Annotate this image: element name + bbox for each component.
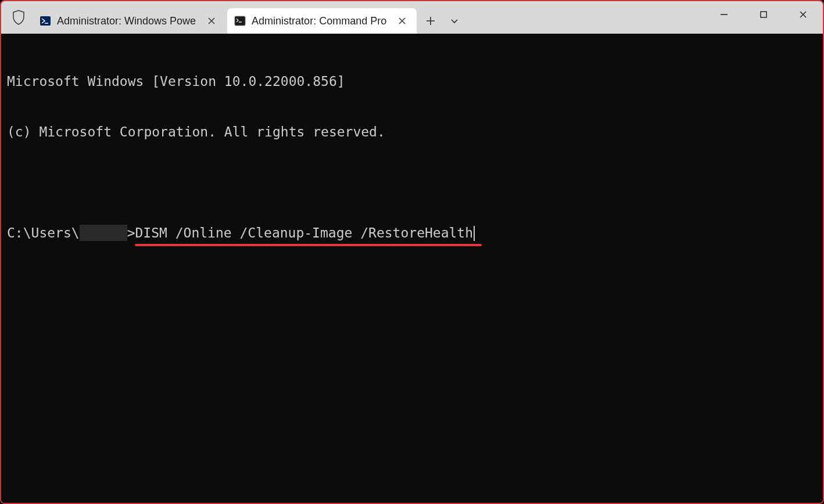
close-icon xyxy=(399,17,406,24)
close-icon xyxy=(799,10,807,19)
chevron-down-icon xyxy=(450,17,458,25)
blank-line xyxy=(7,174,817,191)
command-wrap: DISM /Online /Cleanup-Image /RestoreHeal… xyxy=(135,225,475,242)
redacted-username xyxy=(80,225,127,241)
annotation-underline xyxy=(135,244,482,246)
prompt-line: C:\Users\>DISM /Online /Cleanup-Image /R… xyxy=(7,225,817,242)
tab-powershell[interactable]: Administrator: Windows Powe xyxy=(33,8,226,34)
cmd-icon xyxy=(234,15,246,27)
close-icon xyxy=(208,17,215,24)
terminal-copyright-line: (c) Microsoft Corporation. All rights re… xyxy=(7,124,817,141)
tab-close-button[interactable] xyxy=(396,15,409,27)
tab-close-button[interactable] xyxy=(205,15,218,27)
new-tab-button[interactable] xyxy=(418,8,443,34)
tab-dropdown-button[interactable] xyxy=(443,8,465,34)
plus-icon xyxy=(426,16,435,26)
svg-rect-2 xyxy=(761,12,766,17)
terminal-header-line: Microsoft Windows [Version 10.0.22000.85… xyxy=(7,73,817,90)
svg-rect-1 xyxy=(235,16,245,26)
minimize-icon xyxy=(720,10,728,19)
minimize-button[interactable] xyxy=(704,1,744,28)
terminal-output[interactable]: Microsoft Windows [Version 10.0.22000.85… xyxy=(1,34,823,503)
tab-title: Administrator: Windows Powe xyxy=(57,15,196,27)
maximize-icon xyxy=(759,10,768,19)
prompt-prefix: C:\Users\ xyxy=(7,225,80,242)
window-controls xyxy=(704,1,823,34)
tab-title: Administrator: Command Pro xyxy=(252,15,386,27)
title-bar: Administrator: Windows Powe Administrato… xyxy=(1,1,823,34)
prompt-suffix: > xyxy=(127,225,135,242)
close-window-button[interactable] xyxy=(783,1,823,28)
text-cursor xyxy=(474,226,475,241)
tab-command-prompt[interactable]: Administrator: Command Pro xyxy=(227,8,417,34)
command-text: DISM /Online /Cleanup-Image /RestoreHeal… xyxy=(135,225,473,240)
shield-icon xyxy=(5,1,33,34)
powershell-icon xyxy=(40,15,51,27)
maximize-button[interactable] xyxy=(744,1,783,28)
